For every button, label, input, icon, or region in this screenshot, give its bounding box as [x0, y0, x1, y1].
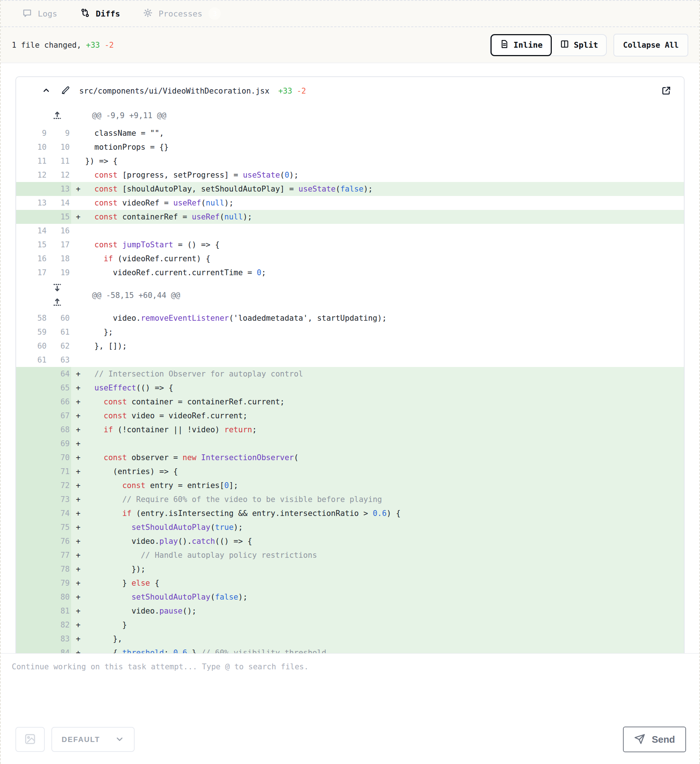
- composer: DEFAULT Send: [1, 653, 699, 764]
- inline-label: Inline: [514, 41, 542, 50]
- collapse-all-button[interactable]: Collapse All: [613, 34, 688, 56]
- additions-count: +33: [86, 41, 100, 50]
- chevron-up-icon: [42, 86, 51, 96]
- processes-count-badge: 3: [208, 7, 221, 20]
- collapse-file-button[interactable]: [41, 85, 52, 98]
- file-diff-card: src/components/ui/VideoWithDecoration.js…: [16, 76, 684, 654]
- composer-toolbar: DEFAULT Send: [16, 726, 686, 752]
- git-compare-icon: [80, 8, 90, 20]
- diff-line: 1212 const [progress, setProgress] = use…: [16, 168, 684, 182]
- diff-line: 69+: [16, 437, 684, 451]
- diff-line: 71+ (entries) => {: [16, 465, 684, 479]
- app-window: Logs Diffs: [0, 0, 700, 764]
- tab-label: Logs: [38, 9, 57, 18]
- file-additions: +33: [278, 87, 292, 96]
- send-label: Send: [652, 734, 675, 745]
- expand-down-icon: [52, 282, 63, 294]
- diff-line: 84+ { threshold: 0.6 } // 60% visibility…: [16, 646, 684, 654]
- attach-image-button[interactable]: [16, 727, 45, 752]
- expand-up-icon: [52, 110, 63, 122]
- variant-label: DEFAULT: [62, 735, 100, 744]
- tab-label: Processes: [158, 9, 202, 18]
- file-diff-header: src/components/ui/VideoWithDecoration.js…: [16, 77, 684, 105]
- tab-label: Diffs: [96, 9, 120, 18]
- diff-line: 64+ // Intersection Observer for autopla…: [16, 367, 684, 381]
- file-deletions: -2: [297, 87, 306, 96]
- diff-line: 1517 const jumpToStart = () => {: [16, 238, 684, 252]
- expand-up-icon: [52, 296, 63, 308]
- diff-line: 81+ video.pause();: [16, 604, 684, 618]
- hunk-header-text: @@ -58,15 +60,44 @@: [92, 291, 180, 300]
- expand-down-button[interactable]: [52, 282, 63, 294]
- diff-line: 1111}) => {: [16, 154, 684, 168]
- chevron-down-icon: [115, 734, 124, 745]
- split-columns-icon: [560, 39, 569, 51]
- tab-processes[interactable]: Processes 3: [143, 7, 221, 20]
- tab-bar: Logs Diffs: [1, 1, 699, 27]
- expand-up-button[interactable]: [52, 110, 63, 122]
- expand-up-button[interactable]: [52, 296, 63, 308]
- diff-line: 5860 video.removeEventListener('loadedme…: [16, 311, 684, 325]
- split-view-button[interactable]: Split: [552, 34, 606, 56]
- diff-line: 6062 }, []);: [16, 339, 684, 353]
- diff-line: 1719 videoRef.current.currentTime = 0;: [16, 266, 684, 280]
- diff-line: 1416: [16, 224, 684, 238]
- paper-plane-icon: [634, 733, 646, 746]
- diff-line: 78+ });: [16, 562, 684, 576]
- inline-view-button[interactable]: Inline: [491, 34, 552, 56]
- diff-line: 68+ if (!container || !video) return;: [16, 423, 684, 437]
- message-input[interactable]: [12, 662, 686, 717]
- diff-line: 1314 const videoRef = useRef(null);: [16, 196, 684, 210]
- diff-line: 1618 if (videoRef.current) {: [16, 252, 684, 266]
- split-label: Split: [574, 41, 598, 50]
- diff-line: 76+ video.play().catch(() => {: [16, 534, 684, 548]
- open-file-button[interactable]: [659, 84, 673, 99]
- diff-line: 5961 };: [16, 325, 684, 339]
- pencil-icon: [61, 86, 70, 97]
- tab-diffs[interactable]: Diffs: [80, 8, 120, 20]
- tab-logs[interactable]: Logs: [22, 8, 57, 20]
- file-lines-icon: [500, 39, 509, 51]
- chat-square-icon: [22, 8, 32, 20]
- file-path: src/components/ui/VideoWithDecoration.js…: [79, 87, 269, 96]
- image-icon: [24, 733, 36, 747]
- diff-line: 99 className = "",: [16, 126, 684, 140]
- view-mode-toggle: Inline Split: [490, 34, 607, 56]
- diff-body: @@ -9,9 +9,11 @@99 className = "",1010 m…: [16, 105, 684, 654]
- diff-line: 66+ const container = containerRef.curre…: [16, 395, 684, 409]
- diff-line: 80+ setShouldAutoPlay(false);: [16, 590, 684, 604]
- deletions-count: -2: [105, 41, 114, 50]
- gear-icon: [143, 8, 153, 20]
- diff-line: 82+ }: [16, 618, 684, 632]
- hunk-header-row: @@ -58,15 +60,44 @@: [16, 280, 684, 311]
- diff-line: 77+ // Handle autoplay policy restrictio…: [16, 548, 684, 562]
- diff-line: 79+ } else {: [16, 576, 684, 590]
- diff-line: 83+ },: [16, 632, 684, 646]
- send-button[interactable]: Send: [623, 726, 686, 752]
- file-stats: +33 -2: [278, 87, 306, 96]
- diff-line: 75+ setShouldAutoPlay(true);: [16, 520, 684, 534]
- variant-select[interactable]: DEFAULT: [52, 727, 134, 752]
- diff-line: 74+ if (entry.isIntersecting && entry.in…: [16, 506, 684, 520]
- diff-line: 13+ const [shouldAutoPlay, setShouldAuto…: [16, 182, 684, 196]
- hunk-header-row: @@ -9,9 +9,11 @@: [16, 105, 684, 126]
- header: Logs Diffs: [1, 0, 699, 63]
- toolbar-actions: Inline Split Collapse All: [490, 34, 688, 56]
- changes-text: 1 file changed,: [12, 41, 81, 50]
- external-link-icon: [661, 86, 671, 97]
- diff-line: 15+ const containerRef = useRef(null);: [16, 210, 684, 224]
- diff-line: 1010 motionProps = {}: [16, 140, 684, 154]
- diff-line: 67+ const video = videoRef.current;: [16, 409, 684, 423]
- diff-line: 73+ // Require 60% of the video to be vi…: [16, 492, 684, 506]
- diff-line: 70+ const observer = new IntersectionObs…: [16, 451, 684, 465]
- hunk-header-text: @@ -9,9 +9,11 @@: [92, 111, 166, 120]
- changes-summary: 1 file changed, +33 -2: [12, 41, 114, 50]
- diff-line: 65+ useEffect(() => {: [16, 381, 684, 395]
- diff-line: 6163: [16, 353, 684, 367]
- diff-toolbar: 1 file changed, +33 -2 Inline: [1, 27, 699, 63]
- diff-line: 72+ const entry = entries[0];: [16, 479, 684, 492]
- diff-scroll-area[interactable]: src/components/ui/VideoWithDecoration.js…: [1, 63, 699, 654]
